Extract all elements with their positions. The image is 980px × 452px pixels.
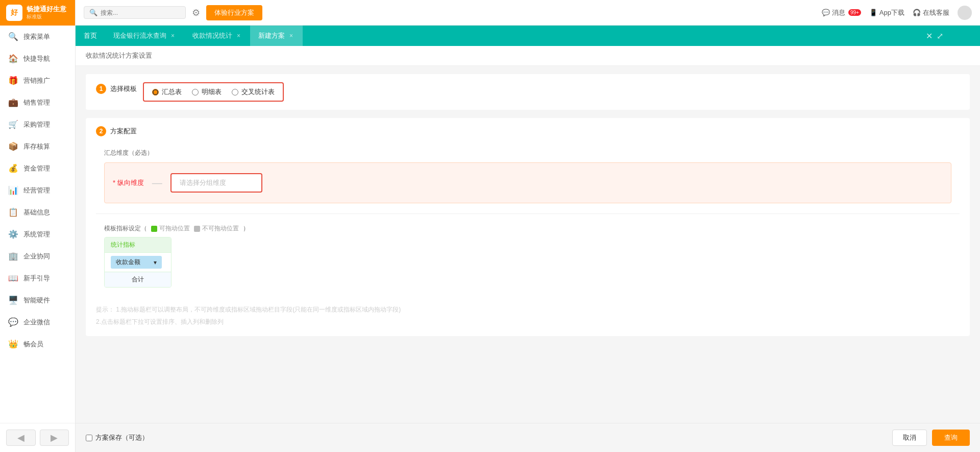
tab-new-plan[interactable]: 新建方案 × — [250, 26, 303, 46]
service-btn[interactable]: 🎧 在线客服 — [913, 8, 949, 17]
system-icon: ⚙️ — [8, 229, 18, 239]
enterprise-icon: 🏢 — [8, 251, 18, 261]
save-checkbox-label: 方案保存（可选） — [95, 433, 149, 442]
sidebar-item-label: 基础信息 — [23, 208, 50, 217]
search-icon: 🔍 — [8, 32, 18, 41]
divider-1 — [96, 213, 960, 214]
step2-label: 方案配置 — [110, 127, 137, 136]
tab-close-all-btn[interactable]: ✕ — [926, 31, 933, 41]
finance-icon: 💰 — [8, 163, 18, 173]
no-draggable-indicator: 不可拖动位置 — [194, 224, 239, 233]
tab-fullscreen-btn[interactable]: ⤢ — [937, 31, 943, 41]
hint-2: 2.点击标题栏下拉可设置排序、插入列和删除列 — [96, 316, 960, 328]
operations-icon: 📊 — [8, 185, 18, 195]
step1-label: 选择模板 — [110, 84, 137, 93]
sidebar-item-sales[interactable]: 💼 销售管理 — [0, 91, 75, 113]
radio-detail-label: 明细表 — [202, 87, 222, 97]
marketing-icon: 🎁 — [8, 76, 18, 85]
sidebar-item-wechat[interactable]: 💬 企业微信 — [0, 311, 75, 333]
tab-collection-stats-close[interactable]: × — [235, 32, 242, 40]
drag-color-icon — [151, 226, 157, 232]
sidebar-item-guide[interactable]: 📖 新手引导 — [0, 267, 75, 289]
inventory-icon: 📦 — [8, 141, 18, 151]
sidebar-item-search[interactable]: 🔍 搜索菜单 — [0, 26, 75, 47]
sidebar-item-finance[interactable]: 💰 资金管理 — [0, 157, 75, 179]
step1-block: 1 选择模板 汇总表 明细表 — [86, 74, 970, 110]
tab-home[interactable]: 首页 — [76, 26, 105, 46]
topbar-search-box[interactable]: 🔍 — [84, 6, 186, 19]
tab-collection-stats[interactable]: 收款情况统计 × — [184, 26, 250, 46]
metrics-table-header: 统计指标 — [105, 237, 171, 253]
draggable-indicator: 可拖动位置 — [151, 224, 190, 233]
sidebar-nav: 🔍 搜索菜单 🏠 快捷导航 🎁 营销推广 💼 销售管理 🛒 采购管理 📦 库存核… — [0, 26, 75, 423]
purchase-icon: 🛒 — [8, 120, 18, 129]
sidebar-collapse-btn[interactable]: ◀ — [6, 430, 36, 446]
radio-cross[interactable]: 交叉统计表 — [232, 87, 275, 97]
sidebar-item-member[interactable]: 👑 畅会员 — [0, 333, 75, 355]
sidebar-item-label: 快捷导航 — [23, 54, 50, 63]
topbar-right: 💬 消息 99+ 📱 App下载 🎧 在线客服 — [822, 6, 972, 20]
sidebar-item-label: 企业微信 — [23, 318, 50, 327]
service-icon: 🎧 — [913, 9, 921, 16]
metrics-header: 模板指标设定（ 可拖动位置 不可拖动位置 ） — [104, 224, 951, 233]
content-body: 1 选择模板 汇总表 明细表 — [76, 66, 980, 423]
sidebar-item-label: 营销推广 — [23, 76, 50, 85]
member-icon: 👑 — [8, 339, 18, 349]
wechat-icon: 💬 — [8, 317, 18, 327]
logo-icon: 好 — [6, 5, 22, 21]
tab-bank-flow-label: 现金银行流水查询 — [113, 31, 166, 40]
no-drag-color-icon — [194, 226, 200, 232]
sidebar-item-system[interactable]: ⚙️ 系统管理 — [0, 223, 75, 245]
sidebar-item-label: 搜索菜单 — [23, 32, 50, 41]
query-button[interactable]: 查询 — [932, 430, 970, 446]
sidebar-item-label: 智能硬件 — [23, 296, 50, 305]
tab-bar: 首页 现金银行流水查询 × 收款情况统计 × 新建方案 × ✕ ⤢ — [76, 26, 980, 46]
sidebar-item-inventory[interactable]: 📦 库存核算 — [0, 135, 75, 157]
sidebar-item-quicknav[interactable]: 🏠 快捷导航 — [0, 47, 75, 69]
save-plan-checkbox[interactable] — [86, 435, 92, 441]
dimension-area: * 纵向维度 — 请选择分组维度 — [104, 162, 951, 203]
topbar: 🔍 ⚙ 体验行业方案 💬 消息 99+ 📱 App下载 🎧 在线客服 — [76, 0, 980, 26]
cancel-button[interactable]: 取消 — [892, 430, 927, 446]
metrics-amount-dropdown[interactable]: 收款金额 ▾ — [111, 256, 162, 269]
trial-industry-btn[interactable]: 体验行业方案 — [206, 5, 262, 20]
sidebar-bottom: ◀ ▶ — [0, 423, 75, 452]
sidebar-item-purchase[interactable]: 🛒 采购管理 — [0, 113, 75, 135]
step1-header: 1 选择模板 — [96, 84, 137, 94]
vertical-dimension-label: * 纵向维度 — [113, 178, 144, 187]
metrics-table: 统计指标 收款金额 ▾ 合计 — [104, 237, 172, 288]
home-icon: 🏠 — [8, 54, 18, 63]
sidebar-expand-btn[interactable]: ▶ — [40, 430, 69, 446]
sidebar-item-hardware[interactable]: 🖥️ 智能硬件 — [0, 289, 75, 311]
breadcrumb: 收款情况统计方案设置 — [76, 46, 980, 66]
tab-new-plan-close[interactable]: × — [288, 32, 295, 40]
radio-detail-input[interactable] — [192, 89, 199, 96]
radio-cross-input[interactable] — [232, 89, 238, 96]
notification-btn[interactable]: 💬 消息 99+ — [822, 8, 861, 17]
sidebar-logo: 好 畅捷通好生意 标准版 — [0, 0, 75, 26]
hardware-icon: 🖥️ — [8, 295, 18, 305]
logo-text: 畅捷通好生意 标准版 — [27, 5, 66, 20]
download-btn[interactable]: 📱 App下载 — [869, 8, 904, 17]
dimension-select-btn[interactable]: 请选择分组维度 — [170, 173, 262, 193]
tab-home-label: 首页 — [84, 31, 97, 40]
tab-bank-flow[interactable]: 现金银行流水查询 × — [105, 26, 184, 46]
metrics-section: 模板指标设定（ 可拖动位置 不可拖动位置 ） 统计指标 — [96, 218, 960, 295]
sidebar-item-basic[interactable]: 📋 基础信息 — [0, 201, 75, 223]
sidebar-item-marketing[interactable]: 🎁 营销推广 — [0, 69, 75, 91]
radio-detail[interactable]: 明细表 — [192, 87, 222, 97]
save-plan-checkbox-label[interactable]: 方案保存（可选） — [86, 433, 149, 442]
metrics-table-row-amount: 收款金额 ▾ — [105, 253, 171, 272]
sidebar-item-enterprise[interactable]: 🏢 企业协同 — [0, 245, 75, 267]
main-area: 🔍 ⚙ 体验行业方案 💬 消息 99+ 📱 App下载 🎧 在线客服 首页 — [76, 0, 980, 452]
avatar[interactable] — [958, 6, 972, 20]
tab-collection-stats-label: 收款情况统计 — [192, 31, 232, 40]
radio-summary[interactable]: 汇总表 — [152, 87, 182, 97]
radio-summary-input[interactable] — [152, 89, 159, 96]
gear-icon[interactable]: ⚙ — [192, 7, 200, 18]
footer-buttons: 取消 查询 — [892, 430, 970, 446]
search-input[interactable] — [101, 9, 172, 16]
sidebar-item-operations[interactable]: 📊 经营管理 — [0, 179, 75, 201]
tab-new-plan-label: 新建方案 — [258, 31, 285, 40]
tab-bank-flow-close[interactable]: × — [169, 32, 176, 40]
